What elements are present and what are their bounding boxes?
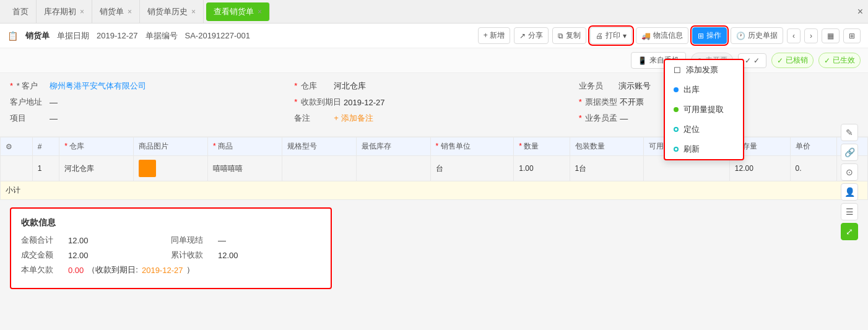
sidebar-person-btn[interactable]: 👤	[841, 183, 858, 201]
tab-sale-history-close[interactable]: ×	[191, 7, 196, 16]
add-note-button[interactable]: + 添加备注	[334, 113, 373, 124]
warehouse-field: * 仓库 河北仓库	[294, 80, 573, 92]
payment-row-3: 本单欠款 0.00 （收款到期日: 2019-12-27 ）	[21, 264, 321, 276]
logistics-button[interactable]: 🚚 物流信息	[636, 27, 688, 44]
print-label: 打印	[605, 30, 620, 41]
share-button[interactable]: ↗ 分享	[514, 27, 549, 44]
tab-view-sale-close[interactable]: ×	[258, 7, 262, 16]
payment-section: 收款信息 金额合计 12.00 同单现结 — 成交金额 12.00 累计收款 1…	[10, 207, 332, 289]
payment-owe-value: 0.00	[68, 266, 84, 275]
subtotal-label: 小计	[1, 181, 868, 200]
right-sidebar: ✎ 🔗 ⊙ 👤 ☰ ⤢	[841, 124, 858, 240]
sidebar-edit-btn[interactable]: ✎	[841, 124, 858, 141]
tab-view-sale-label: 查看销货单	[214, 6, 254, 17]
print-dropdown-icon: ▾	[623, 32, 627, 40]
row-seq: 1	[32, 156, 59, 181]
print-icon: 🖨	[596, 32, 603, 40]
link-icon: 🔗	[844, 147, 855, 157]
product-thumbnail	[139, 160, 156, 177]
row-unit: 台	[430, 156, 514, 181]
refresh-dot	[674, 147, 679, 152]
sold-label: 已核销	[786, 55, 808, 66]
history-button[interactable]: 🕐 历史单据	[731, 27, 783, 44]
grid1-button[interactable]: ▦	[822, 28, 840, 43]
payment-deal-label: 成交金额	[21, 250, 64, 261]
row-product: 嘻嘻嘻嘻	[208, 156, 282, 181]
operation-dropdown: ☐ 添加发票 出库 可用量提取 定位 刷新	[664, 59, 744, 160]
sold-icon: ✓	[777, 56, 783, 65]
confirm-label: ✓	[753, 56, 760, 65]
tab-sale-close[interactable]: ×	[128, 7, 132, 16]
operation-button[interactable]: ⊞ 操作	[692, 27, 727, 44]
history-label: 历史单据	[748, 30, 778, 41]
staff-value: 演示账号	[618, 80, 651, 92]
warehouse-value: 河北仓库	[334, 80, 366, 92]
tab-bar: 首页 库存期初 × 销货单 × 销货单历史 × 查看销货单 × ×	[0, 0, 868, 24]
add-invoice-label: 添加发票	[686, 64, 718, 76]
prev-button[interactable]: ‹	[787, 28, 801, 43]
tab-home-label: 首页	[12, 6, 28, 17]
print-button[interactable]: 🖨 打印 ▾	[590, 27, 632, 44]
operation-icon: ⊞	[698, 32, 704, 40]
payment-cumulative-value: 12.00	[218, 251, 238, 260]
row-price: 0.	[790, 156, 837, 181]
customer-value[interactable]: 柳州粤港平安气体有限公司	[50, 80, 146, 92]
note-field: 备注 + 添加备注	[294, 113, 573, 124]
customer-field: * * 客户 柳州粤港平安气体有限公司	[10, 80, 289, 92]
copy-icon: ⧉	[558, 32, 563, 40]
customer-label: * * 客户	[10, 80, 47, 92]
payment-total-label: 金额合计	[21, 235, 64, 246]
history-icon: 🕐	[736, 32, 745, 40]
tab-sale[interactable]: 销货单 ×	[92, 0, 140, 24]
doc-toolbar: 📋 销货单 单据日期 2019-12-27 单据编号 SA-20191227-0…	[0, 24, 868, 48]
dropdown-add-invoice[interactable]: ☐ 添加发票	[665, 60, 743, 80]
staff-label: 业务员	[579, 80, 616, 92]
project-field: 项目 —	[10, 113, 289, 124]
next-button[interactable]: ›	[804, 28, 818, 43]
row-image	[134, 156, 208, 181]
col-settings[interactable]: ⚙	[1, 137, 33, 156]
payment-due-value: 2019-12-27	[344, 98, 385, 107]
project-value: —	[50, 114, 58, 123]
col-image: 商品图片	[134, 137, 208, 156]
col-spec: 规格型号	[282, 137, 356, 156]
sidebar-link-btn[interactable]: 🔗	[841, 144, 858, 161]
tab-sale-history-label: 销货单历史	[147, 6, 188, 17]
payment-owe-suffix: （收款到期日:	[87, 264, 138, 276]
doc-title: 销货单	[25, 30, 50, 41]
sidebar-list-btn[interactable]: ☰	[841, 203, 858, 220]
address-field: 客户地址 —	[10, 97, 289, 108]
grid2-button[interactable]: ⊞	[843, 28, 861, 43]
tab-home[interactable]: 首页	[5, 0, 37, 24]
doc-date-value: 2019-12-27	[97, 31, 138, 40]
tab-sale-history[interactable]: 销货单历史 ×	[140, 0, 204, 24]
project-label: 项目	[10, 113, 47, 124]
payment-row-1: 金额合计 12.00 同单现结 —	[21, 235, 321, 246]
window-close-button[interactable]: ×	[857, 6, 863, 17]
tab-inventory-close[interactable]: ×	[80, 7, 84, 16]
dropdown-outbound[interactable]: 出库	[665, 80, 743, 100]
tab-inventory[interactable]: 库存期初 ×	[37, 0, 92, 24]
logistics-icon: 🚚	[641, 32, 651, 40]
toolbar-actions: + 新增 ↗ 分享 ⧉ 复制 🖨 打印 ▾ 🚚 物流信息 ⊞ 操作	[478, 27, 861, 44]
payment-owe-date: 2019-12-27	[142, 266, 183, 275]
dropdown-refresh[interactable]: 刷新	[665, 139, 743, 159]
dropdown-locate[interactable]: 定位	[665, 119, 743, 139]
outbound-label: 出库	[684, 84, 700, 95]
sidebar-eye-btn[interactable]: ⊙	[841, 163, 858, 181]
row-warehouse: 河北仓库	[59, 156, 134, 181]
row-min-stock	[356, 156, 430, 181]
effective-label: 已生效	[833, 55, 855, 66]
doc-info: 📋 销货单 单据日期 2019-12-27 单据编号 SA-20191227-0…	[7, 30, 473, 41]
dropdown-available-qty[interactable]: 可用量提取	[665, 100, 743, 119]
copy-button[interactable]: ⧉ 复制	[552, 27, 586, 44]
col-min-stock: 最低库存	[356, 137, 430, 156]
add-invoice-icon: ☐	[674, 66, 681, 75]
tab-view-sale[interactable]: 查看销货单 ×	[206, 2, 270, 21]
new-button[interactable]: + 新增	[478, 27, 510, 44]
payment-owe-end: ）	[186, 264, 194, 276]
sidebar-expand-btn[interactable]: ⤢	[841, 223, 858, 240]
col-unit: 销售单位	[430, 137, 514, 156]
doc-no-label: 单据编号	[145, 30, 178, 41]
settings-icon: ⚙	[6, 142, 12, 151]
